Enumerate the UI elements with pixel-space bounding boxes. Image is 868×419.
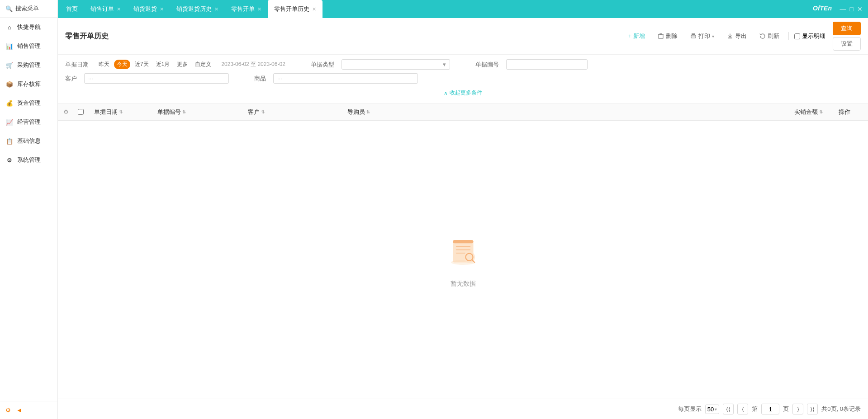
sidebar-item-label: 资金管理: [17, 99, 41, 107]
first-page-button[interactable]: ⟨⟨: [723, 404, 734, 414]
tab-sales-return[interactable]: 销货退货 ✕: [127, 0, 170, 18]
order-num-label: 单据编号: [475, 61, 499, 69]
total-info: 共0页, 0条记录: [821, 405, 861, 413]
date-filter-label: 单据日期: [65, 61, 89, 69]
svg-rect-1: [659, 33, 662, 34]
page-label: 第: [752, 405, 758, 413]
delete-icon: [658, 33, 664, 39]
sidebar-bottom: ⚙ ◄: [0, 401, 57, 419]
sidebar-item-sales-mgmt[interactable]: 📊 销售管理: [0, 37, 57, 56]
per-page-select[interactable]: 50 ▾: [705, 405, 719, 414]
query-setting-buttons: 查询 设置: [833, 22, 861, 51]
customer-filter-label: 客户: [65, 75, 77, 83]
date-btn-more[interactable]: 更多: [174, 60, 190, 69]
tab-retail-open-close[interactable]: ✕: [257, 6, 261, 12]
collapse-filter-row[interactable]: ∧ 收起更多条件: [65, 87, 861, 99]
delete-label: 删除: [666, 32, 678, 40]
svg-rect-4: [692, 33, 695, 35]
order-type-select[interactable]: ▾: [342, 59, 450, 70]
sidebar-item-purchase-mgmt[interactable]: 🛒 采购管理: [0, 56, 57, 75]
th-guide[interactable]: 导购员 ⇅: [344, 108, 407, 116]
tab-sales-order[interactable]: 销售订单 ✕: [84, 0, 127, 18]
print-icon: [690, 33, 697, 39]
toolbar-divider: [788, 32, 789, 40]
empty-state: 暂无数据: [58, 121, 868, 399]
tab-sales-return-close[interactable]: ✕: [160, 6, 164, 12]
th-num[interactable]: 单据编号 ⇅: [154, 108, 244, 116]
sales-icon: 📊: [5, 42, 14, 50]
th-num-sort-icon: ⇅: [182, 109, 186, 114]
table-settings-icon[interactable]: ⚙: [63, 108, 78, 115]
filter-area: 单据日期 昨天 今天 近7天 近1月 更多 自定义 2023-06-02 至 2…: [58, 55, 868, 104]
date-btn-1month[interactable]: 近1月: [153, 60, 173, 69]
sidebar-search[interactable]: 🔍 搜索采单: [0, 0, 57, 18]
tab-sales-order-label: 销售订单: [90, 5, 114, 13]
th-amount[interactable]: 实销金额 ⇅: [407, 108, 826, 116]
setting-button[interactable]: 设置: [833, 37, 861, 51]
customer-placeholder: ···: [88, 75, 93, 82]
tab-retail-open-history-close[interactable]: ✕: [312, 6, 316, 12]
empty-text: 暂无数据: [451, 280, 476, 288]
svg-rect-9: [453, 240, 473, 243]
print-button[interactable]: 打印 ▾: [687, 30, 718, 42]
display-detail-checkbox[interactable]: 显示明细: [794, 32, 825, 40]
th-customer-sort-icon: ⇅: [261, 109, 265, 114]
page-number-input[interactable]: [761, 404, 779, 414]
date-btn-yesterday[interactable]: 昨天: [96, 60, 112, 69]
customer-input[interactable]: ···: [84, 73, 229, 84]
th-customer[interactable]: 客户 ⇅: [244, 108, 344, 116]
base-icon: 📋: [5, 137, 14, 145]
close-window-button[interactable]: ✕: [857, 5, 863, 13]
goods-input[interactable]: ···: [273, 73, 418, 84]
tab-retail-open-history[interactable]: 零售开单历史 ✕: [268, 0, 323, 18]
collapse-sidebar-icon[interactable]: ◄: [16, 407, 22, 414]
select-all-checkbox[interactable]: [78, 109, 84, 115]
minimize-button[interactable]: —: [840, 5, 846, 13]
query-button[interactable]: 查询: [833, 22, 861, 35]
date-btn-custom[interactable]: 自定义: [192, 60, 214, 69]
sidebar-item-sys-mgmt[interactable]: ⚙ 系统管理: [0, 151, 57, 169]
per-page-arrow-icon: ▾: [715, 407, 717, 412]
refresh-button[interactable]: 刷新: [756, 30, 783, 42]
print-arrow-icon[interactable]: ▾: [712, 34, 714, 39]
prev-page-button[interactable]: ⟨: [737, 404, 748, 414]
next-page-button[interactable]: ⟩: [792, 404, 803, 414]
th-date-sort-icon: ⇅: [119, 109, 123, 114]
page-label-end: 页: [783, 405, 789, 413]
display-detail-input[interactable]: [794, 33, 800, 39]
tab-sales-return-history-close[interactable]: ✕: [214, 6, 218, 12]
date-btn-7days[interactable]: 近7天: [132, 60, 152, 69]
sidebar-item-label: 库存核算: [17, 80, 41, 88]
tab-retail-open-label: 零售开单: [231, 5, 255, 13]
last-page-button[interactable]: ⟩⟩: [807, 404, 818, 414]
sidebar-item-base-info[interactable]: 📋 基础信息: [0, 132, 57, 151]
th-action-label: 操作: [839, 108, 850, 116]
home-icon: ⌂: [5, 23, 14, 31]
export-button[interactable]: 导出: [723, 30, 750, 42]
refresh-icon: [759, 33, 766, 39]
per-page-value: 50: [707, 406, 714, 413]
sidebar-item-inventory[interactable]: 📦 库存核算: [0, 75, 57, 94]
order-num-input[interactable]: [506, 59, 588, 70]
tab-sales-return-label: 销货退货: [133, 5, 157, 13]
per-page-label: 每页显示: [678, 405, 702, 413]
tab-sales-return-history[interactable]: 销货退货历史 ✕: [170, 0, 225, 18]
sidebar-item-finance[interactable]: 💰 资金管理: [0, 94, 57, 113]
sidebar-item-quick-nav[interactable]: ⌂ 快捷导航: [0, 18, 57, 37]
delete-button[interactable]: 删除: [654, 30, 681, 42]
date-btn-today[interactable]: 今天: [114, 60, 130, 69]
th-date[interactable]: 单据日期 ⇅: [90, 108, 154, 116]
tab-retail-open[interactable]: 零售开单 ✕: [225, 0, 268, 18]
maximize-button[interactable]: □: [850, 5, 854, 13]
purchase-icon: 🛒: [5, 61, 14, 69]
pagination: 每页显示 50 ▾ ⟨⟨ ⟨ 第 页 ⟩ ⟩⟩ 共0页, 0条记录: [58, 399, 868, 419]
settings-icon[interactable]: ⚙: [5, 407, 11, 414]
tab-sales-order-close[interactable]: ✕: [117, 6, 121, 12]
sidebar-item-operations[interactable]: 📈 经营管理: [0, 113, 57, 132]
sidebar-item-label: 快捷导航: [17, 23, 41, 31]
filter-row-1: 单据日期 昨天 今天 近7天 近1月 更多 自定义 2023-06-02 至 2…: [65, 59, 861, 70]
tab-home[interactable]: 首页: [60, 0, 84, 18]
add-button[interactable]: + 新增: [625, 30, 649, 42]
toolbar: 零售开单历史 + 新增 删除 打印 ▾ 导出 刷新: [58, 18, 868, 55]
main-area: 首页 销售订单 ✕ 销货退货 ✕ 销货退货历史 ✕ 零售开单 ✕ 零售开单历史 …: [58, 0, 868, 419]
